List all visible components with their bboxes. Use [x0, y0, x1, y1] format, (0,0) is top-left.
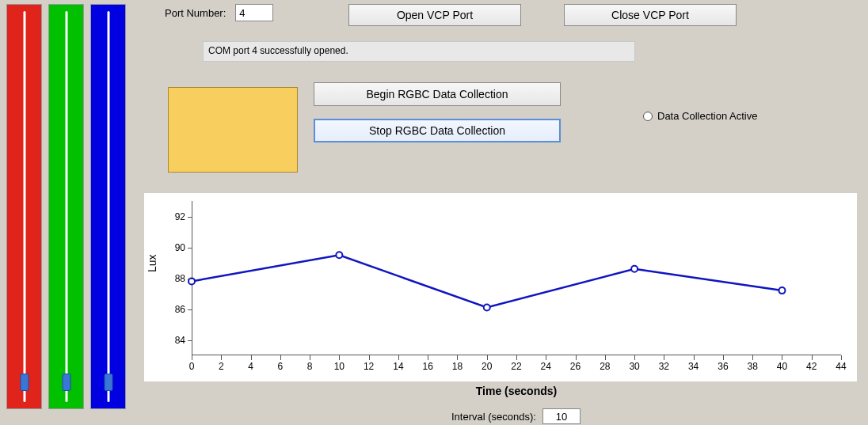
- x-tick-label: 30: [629, 361, 639, 372]
- x-axis-label: Time (seconds): [476, 385, 557, 397]
- slider-track: [65, 11, 67, 402]
- x-tick-label: 6: [277, 361, 283, 372]
- stop-collection-button[interactable]: Stop RGBC Data Collection: [314, 119, 561, 142]
- radio-icon: [643, 112, 653, 121]
- slider-track: [107, 11, 109, 402]
- status-message: COM port 4 successfully opened.: [203, 41, 635, 62]
- x-tick-label: 10: [334, 361, 345, 372]
- svg-point-1: [336, 252, 342, 258]
- svg-point-3: [631, 266, 638, 272]
- close-vcp-button[interactable]: Close VCP Port: [564, 4, 737, 26]
- x-tick-label: 22: [511, 361, 521, 372]
- blue-slider[interactable]: [90, 4, 126, 409]
- x-tick-label: 20: [482, 361, 492, 372]
- x-tick-label: 40: [777, 361, 787, 372]
- x-tick-label: 38: [747, 361, 757, 372]
- x-tick-label: 32: [659, 361, 669, 372]
- interval-label: Interval (seconds):: [451, 411, 536, 423]
- radio-label: Data Collection Active: [657, 110, 757, 122]
- lux-chart: Lux 8486889092 0246810121416182022242628…: [144, 193, 857, 381]
- y-axis-label: Lux: [146, 254, 158, 272]
- port-number-input[interactable]: [235, 4, 273, 21]
- svg-point-0: [188, 278, 195, 284]
- x-tick-label: 34: [688, 361, 699, 372]
- y-tick-label: 92: [144, 211, 185, 222]
- y-tick-label: 88: [144, 273, 185, 284]
- x-tick-label: 0: [189, 361, 195, 372]
- x-tick-label: 26: [570, 361, 581, 372]
- x-tick-label: 16: [422, 361, 432, 372]
- y-tick-label: 90: [144, 242, 185, 253]
- x-tick-label: 8: [307, 361, 313, 372]
- begin-collection-button[interactable]: Begin RGBC Data Collection: [314, 82, 561, 106]
- y-tick-label: 86: [144, 304, 185, 315]
- port-number-label: Port Number:: [165, 7, 226, 19]
- data-collection-active-radio[interactable]: Data Collection Active: [640, 107, 768, 125]
- slider-thumb[interactable]: [62, 374, 70, 391]
- x-tick-label: 4: [248, 361, 253, 372]
- color-preview-swatch: [168, 87, 298, 173]
- slider-thumb[interactable]: [104, 374, 112, 391]
- x-tick-label: 2: [219, 361, 224, 372]
- svg-point-2: [484, 305, 490, 311]
- red-slider[interactable]: [6, 4, 42, 409]
- x-tick-label: 36: [718, 361, 728, 372]
- x-tick-label: 14: [393, 361, 403, 372]
- x-tick-label: 12: [364, 361, 374, 372]
- slider-track: [23, 11, 25, 402]
- x-tick-label: 24: [541, 361, 551, 372]
- chart-line: [192, 201, 841, 355]
- x-tick-label: 18: [452, 361, 463, 372]
- x-tick-label: 42: [806, 361, 817, 372]
- green-slider[interactable]: [48, 4, 84, 409]
- y-tick-label: 84: [144, 335, 185, 346]
- slider-thumb[interactable]: [20, 374, 29, 391]
- x-tick-label: 28: [600, 361, 610, 372]
- interval-input[interactable]: [542, 408, 581, 424]
- x-tick-label: 44: [836, 361, 846, 372]
- open-vcp-button[interactable]: Open VCP Port: [348, 4, 521, 26]
- svg-point-4: [779, 287, 785, 294]
